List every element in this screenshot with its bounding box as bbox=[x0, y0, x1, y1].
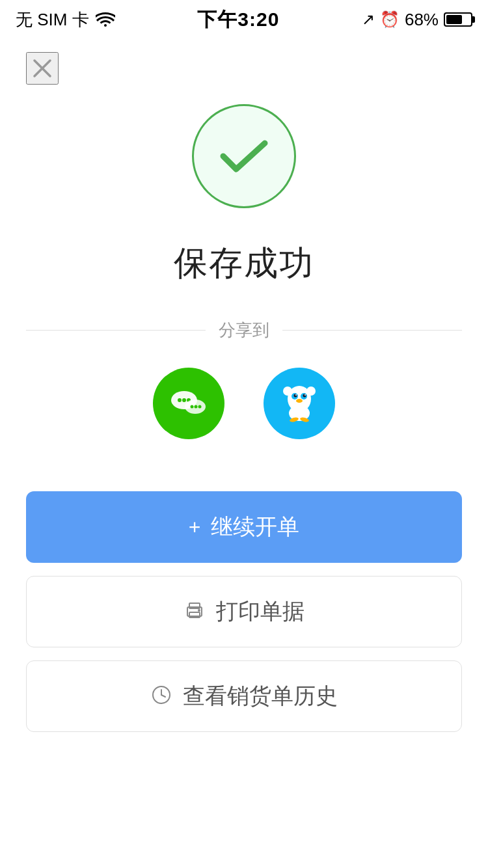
svg-point-21 bbox=[283, 387, 292, 396]
history-icon bbox=[150, 684, 172, 709]
svg-point-17 bbox=[296, 399, 303, 403]
print-icon bbox=[183, 599, 206, 625]
share-qq-button[interactable] bbox=[264, 368, 335, 439]
svg-point-14 bbox=[303, 394, 306, 398]
action-buttons: + 继续开单 打印单据 bbox=[26, 491, 462, 732]
wechat-icon-circle bbox=[153, 368, 224, 439]
close-button[interactable] bbox=[26, 52, 59, 85]
plus-icon: + bbox=[189, 517, 201, 537]
location-icon: ↗ bbox=[362, 10, 375, 29]
svg-point-13 bbox=[293, 394, 297, 398]
svg-point-26 bbox=[198, 609, 200, 612]
battery-icon bbox=[444, 12, 472, 27]
battery-percent: 68% bbox=[405, 10, 439, 30]
svg-point-16 bbox=[305, 394, 306, 396]
print-label: 打印单据 bbox=[216, 597, 305, 627]
svg-line-29 bbox=[161, 695, 165, 697]
continue-order-button[interactable]: + 继续开单 bbox=[26, 491, 462, 563]
success-checkmark-icon bbox=[218, 137, 270, 176]
share-wechat-button[interactable] bbox=[153, 368, 224, 439]
main-content: 保存成功 分享到 bbox=[0, 39, 488, 868]
print-button[interactable]: 打印单据 bbox=[26, 576, 462, 647]
qq-icon bbox=[278, 381, 321, 426]
success-title: 保存成功 bbox=[174, 241, 314, 286]
success-icon-container bbox=[192, 104, 296, 208]
continue-order-label: 继续开单 bbox=[211, 512, 299, 542]
share-icons-row bbox=[153, 368, 335, 439]
svg-point-9 bbox=[198, 405, 201, 408]
share-divider-row: 分享到 bbox=[26, 319, 462, 342]
qq-icon-circle bbox=[264, 368, 335, 439]
svg-point-8 bbox=[194, 405, 197, 408]
alarm-icon: ⏰ bbox=[380, 10, 400, 29]
status-bar: 无 SIM 卡 下午3:20 ↗ ⏰ 68% bbox=[0, 0, 488, 39]
share-section: 分享到 bbox=[26, 319, 462, 439]
share-label: 分享到 bbox=[219, 319, 269, 342]
view-history-button[interactable]: 查看销货单历史 bbox=[26, 660, 462, 732]
wifi-icon bbox=[96, 12, 115, 27]
svg-point-3 bbox=[178, 398, 182, 402]
divider-left bbox=[26, 330, 206, 331]
no-sim-text: 无 SIM 卡 bbox=[16, 8, 89, 31]
svg-point-7 bbox=[190, 405, 193, 408]
svg-point-15 bbox=[295, 394, 297, 396]
divider-right bbox=[282, 330, 462, 331]
history-label: 查看销货单历史 bbox=[183, 681, 338, 711]
svg-point-22 bbox=[306, 387, 316, 396]
status-left: 无 SIM 卡 bbox=[16, 8, 115, 31]
status-right: ↗ ⏰ 68% bbox=[362, 10, 472, 30]
status-time: 下午3:20 bbox=[197, 7, 279, 33]
svg-point-4 bbox=[182, 398, 186, 402]
wechat-icon bbox=[168, 386, 210, 422]
